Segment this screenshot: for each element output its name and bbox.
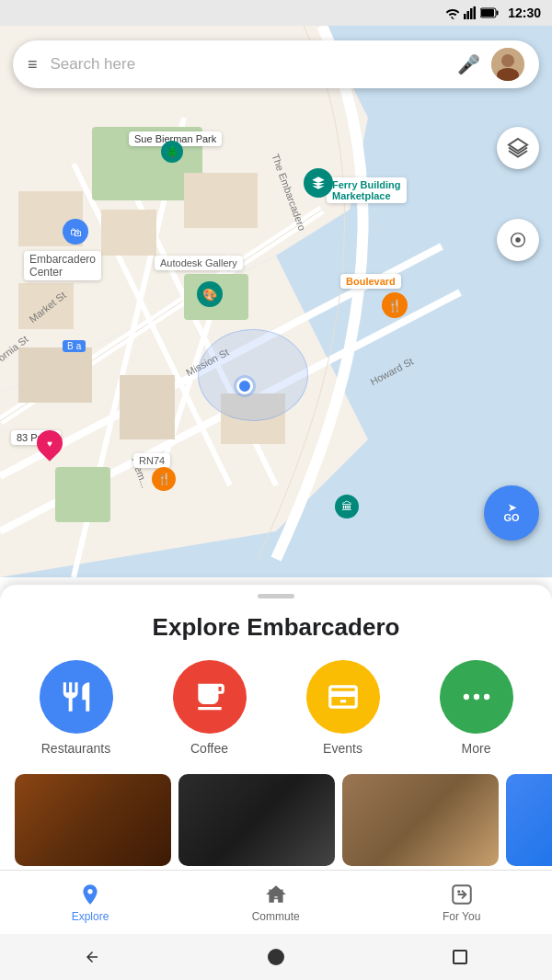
- android-back-button[interactable]: [78, 943, 106, 971]
- rn74-icon[interactable]: 🍴: [152, 467, 176, 491]
- nav-explore[interactable]: Explore: [72, 883, 109, 923]
- preview-row: [0, 774, 552, 866]
- nav-foryou-label: For You: [443, 910, 480, 923]
- preview-card-4[interactable]: [506, 774, 552, 866]
- go-button[interactable]: ➤ GO: [484, 485, 539, 541]
- more-label: More: [462, 741, 491, 756]
- map-area: Market St Mission St Howard St The Embar…: [0, 26, 552, 577]
- coffee-label: Coffee: [190, 741, 228, 756]
- avatar[interactable]: [491, 48, 524, 81]
- android-recents-button[interactable]: [446, 943, 474, 971]
- search-bar[interactable]: ≡ Search here 🎤: [13, 40, 539, 88]
- preview-img-2: [178, 774, 335, 866]
- svg-point-33: [501, 54, 514, 67]
- preview-img-4: [506, 774, 552, 866]
- nav-commute-label: Commute: [252, 910, 300, 923]
- svg-rect-1: [467, 11, 470, 19]
- explore-title: Explore Embarcadero: [0, 613, 552, 642]
- svg-rect-0: [464, 14, 466, 19]
- accuracy-circle: [198, 329, 308, 421]
- status-time: 12:30: [508, 6, 541, 20]
- embarcadero-transit: B a: [63, 340, 86, 352]
- svg-point-30: [515, 237, 521, 243]
- events-label: Events: [323, 741, 362, 756]
- map-layer-button[interactable]: [497, 127, 539, 169]
- status-bar: 12:30: [0, 0, 552, 26]
- svg-rect-5: [481, 9, 494, 17]
- svg-rect-35: [339, 700, 345, 702]
- search-placeholder[interactable]: Search here: [51, 55, 448, 74]
- preview-card-1[interactable]: [15, 774, 171, 866]
- svg-rect-6: [497, 11, 499, 16]
- events-icon-circle: [306, 660, 380, 734]
- bottom-nav: Explore Commute For You: [0, 870, 552, 934]
- more-icon-circle: [440, 660, 513, 734]
- coffee-icon-circle: [173, 660, 247, 734]
- boulevard-icon[interactable]: 🍴: [382, 292, 408, 318]
- category-events[interactable]: Events: [306, 660, 380, 756]
- android-nav-bar: [0, 934, 552, 980]
- user-location-dot: [236, 378, 253, 394]
- embarcadero-center-icon[interactable]: 🛍: [63, 219, 88, 245]
- restaurants-icon-circle: [40, 660, 113, 734]
- nav-explore-label: Explore: [72, 910, 109, 923]
- svg-rect-21: [55, 467, 110, 522]
- embarcadero-center-label: EmbarcaderoCenter: [24, 251, 101, 280]
- go-label: GO: [503, 513, 519, 523]
- 83proof-marker[interactable]: ♥: [37, 430, 63, 456]
- bottom-teal-marker[interactable]: 🏛: [335, 495, 359, 518]
- android-home-button[interactable]: [262, 943, 290, 971]
- nav-commute[interactable]: Commute: [252, 883, 300, 923]
- ferry-building-label: Ferry BuildingMarketplace: [327, 177, 407, 203]
- restaurants-label: Restaurants: [41, 741, 110, 756]
- preview-card-3[interactable]: [342, 774, 499, 866]
- svg-rect-2: [470, 8, 473, 19]
- autodesk-gallery-label: Autodesk Gallery: [155, 256, 243, 270]
- svg-rect-25: [101, 210, 156, 256]
- sheet-handle: [258, 594, 294, 598]
- category-coffee[interactable]: Coffee: [173, 660, 247, 756]
- svg-point-36: [463, 694, 468, 700]
- rn74-label: RN74: [133, 453, 170, 468]
- svg-rect-26: [184, 173, 258, 228]
- category-restaurants[interactable]: Restaurants: [40, 660, 113, 756]
- menu-button[interactable]: ≡: [28, 55, 38, 74]
- boulevard-label: Boulevard: [340, 274, 401, 289]
- mic-button[interactable]: 🎤: [457, 53, 480, 75]
- svg-point-43: [457, 890, 460, 893]
- ferry-building-icon[interactable]: [304, 168, 333, 198]
- svg-point-37: [473, 694, 478, 700]
- svg-rect-24: [18, 348, 92, 403]
- nav-foryou[interactable]: For You: [443, 883, 480, 923]
- autodesk-icon[interactable]: 🎨: [197, 281, 223, 307]
- preview-img-1: [15, 774, 171, 866]
- svg-rect-28: [120, 375, 175, 439]
- status-icons: 12:30: [445, 6, 541, 20]
- svg-rect-3: [474, 6, 477, 19]
- category-more[interactable]: More: [440, 660, 513, 756]
- svg-point-38: [483, 694, 489, 700]
- park-icon: 🌲: [161, 141, 183, 163]
- preview-img-3: [342, 774, 499, 866]
- preview-card-2[interactable]: [178, 774, 335, 866]
- location-button[interactable]: [497, 219, 539, 261]
- category-row: Restaurants Coffee Events: [0, 660, 552, 756]
